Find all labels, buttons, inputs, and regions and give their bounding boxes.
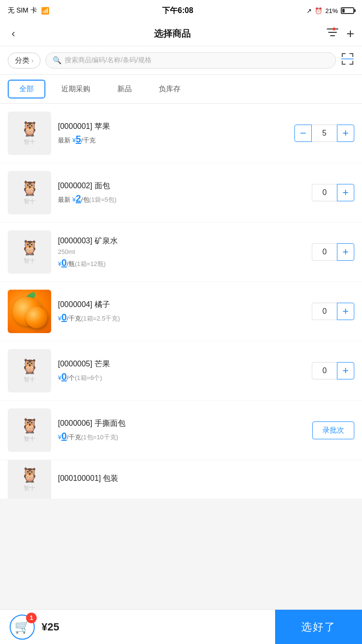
product-info-bread: [0000002] 面包 最新 ¥2/包(1袋=5包) (58, 181, 305, 204)
battery-bar (341, 7, 354, 14)
product-item-apple: 🦉 智十 [0000001] 苹果 最新 ¥5/千克 − + (0, 104, 362, 163)
product-item-torn-bread: 🦉 智十 [0000006] 手撕面包 ¥0/千克(1包=10千克) 录批次 (0, 401, 362, 460)
svg-rect-5 (342, 53, 343, 57)
qty-input-orange[interactable] (312, 303, 337, 320)
product-info-orange: [0000004] 橘子 ¥0/千克(1箱=2.5千克) (58, 300, 305, 323)
owl-icon: 🦉 (21, 417, 39, 434)
product-item-packaging: 🦉 智十 [000100001] 包装 (0, 460, 362, 499)
product-price-mango: ¥0/个(1箱=6个) (58, 371, 305, 382)
nav-actions: + (326, 26, 354, 42)
qty-plus-apple[interactable]: + (337, 125, 354, 142)
product-price-torn-bread: ¥0/千克(1包=10千克) (58, 431, 306, 442)
qty-plus-mango[interactable]: + (337, 362, 354, 379)
location-icon: ↗ (306, 7, 312, 14)
search-placeholder: 搜索商品编码/名称/条码/规格 (65, 56, 152, 65)
status-left: 无 SIM 卡 📶 (8, 6, 49, 15)
qty-input-bread[interactable] (312, 184, 337, 201)
confirm-button[interactable]: 选好了 (275, 610, 362, 644)
nav-bar: ‹ 选择商品 + (0, 21, 362, 46)
product-name-mango: [0000005] 芒果 (58, 359, 305, 369)
battery-percent: 21% (325, 7, 338, 14)
search-box[interactable]: 🔍 搜索商品编码/名称/条码/规格 (45, 52, 336, 69)
owl-icon: 🦉 (21, 358, 39, 375)
product-item-bread: 🦉 智十 [0000002] 面包 最新 ¥2/包(1袋=5包) + (0, 163, 362, 222)
page-title: 选择商品 (154, 28, 191, 40)
filter-icon[interactable] (326, 27, 339, 41)
qty-plus-orange[interactable]: + (337, 303, 354, 320)
product-name-torn-bread: [0000006] 手撕面包 (58, 419, 306, 429)
tab-recent[interactable]: 近期采购 (50, 80, 101, 98)
owl-icon: 🦉 (21, 180, 39, 196)
bottom-bar: 🛒 1 ¥25 选好了 (0, 609, 362, 644)
product-info-packaging: [000100001] 包装 (58, 474, 354, 486)
product-image-bread: 🦉 智十 (8, 171, 51, 214)
product-info-mango: [0000005] 芒果 ¥0/个(1箱=6个) (58, 359, 305, 382)
product-name-bread: [0000002] 面包 (58, 181, 305, 191)
product-info-torn-bread: [0000006] 手撕面包 ¥0/千克(1包=10千克) (58, 419, 306, 442)
add-icon[interactable]: + (347, 26, 354, 42)
svg-point-3 (333, 28, 335, 30)
svg-rect-12 (341, 58, 354, 59)
svg-rect-7 (352, 53, 353, 57)
product-price-water: ¥0/瓶(1箱=12瓶) (58, 257, 305, 268)
product-image-apple: 🦉 智十 (8, 112, 51, 155)
tab-bar: 全部 近期采购 新品 负库存 (0, 75, 362, 104)
product-image-mango: 🦉 智十 (8, 349, 51, 392)
status-bar: 无 SIM 卡 📶 下午6:08 ↗ ⏰ 21% (0, 0, 362, 21)
bottom-spacer (0, 499, 362, 538)
category-button[interactable]: 分类 › (8, 53, 41, 69)
qty-input-mango[interactable] (312, 362, 337, 379)
orange-circle-2 (26, 307, 47, 328)
owl-text: 智十 (24, 484, 35, 492)
alarm-icon: ⏰ (315, 7, 322, 14)
owl-icon: 🦉 (21, 466, 39, 483)
owl-text: 智十 (24, 435, 35, 443)
qty-control-mango: + (312, 362, 354, 379)
svg-rect-11 (352, 61, 353, 65)
qty-input-apple[interactable] (312, 125, 337, 142)
product-item-mango: 🦉 智十 [0000005] 芒果 ¥0/个(1箱=6个) + (0, 341, 362, 400)
product-spec-water: 250ml (58, 248, 305, 255)
qty-minus-apple[interactable]: − (294, 125, 312, 142)
batch-button[interactable]: 录批次 (312, 421, 354, 439)
product-price-apple: 最新 ¥5/千克 (58, 134, 288, 145)
tab-all[interactable]: 全部 (8, 80, 45, 98)
product-name-water: [0000003] 矿泉水 (58, 236, 305, 246)
product-item-orange: [0000004] 橘子 ¥0/千克(1箱=2.5千克) + (0, 282, 362, 341)
owl-icon: 🦉 (21, 120, 39, 137)
owl-text: 智十 (24, 257, 35, 265)
product-image-orange (8, 290, 51, 333)
qty-control-water: + (312, 243, 354, 261)
product-info-apple: [0000001] 苹果 最新 ¥5/千克 (58, 122, 288, 145)
qty-control-orange: + (312, 303, 354, 320)
owl-icon: 🦉 (21, 239, 39, 256)
owl-text: 智十 (24, 138, 35, 146)
product-name-apple: [0000001] 苹果 (58, 122, 288, 132)
cart-badge: 1 (26, 613, 37, 623)
product-image-water: 🦉 智十 (8, 230, 51, 274)
product-image-packaging: 🦉 智十 (8, 460, 51, 499)
owl-text: 智十 (24, 197, 35, 206)
qty-plus-water[interactable]: + (337, 243, 354, 261)
carrier-text: 无 SIM 卡 (8, 6, 37, 15)
cart-total: ¥25 (42, 621, 59, 633)
tab-negative[interactable]: 负库存 (148, 80, 192, 98)
qty-plus-bread[interactable]: + (337, 184, 354, 201)
product-info-water: [0000003] 矿泉水 250ml ¥0/瓶(1箱=12瓶) (58, 236, 305, 268)
product-name-orange: [0000004] 橘子 (58, 300, 305, 310)
qty-control-bread: + (312, 184, 354, 201)
svg-rect-9 (342, 61, 343, 65)
wifi-icon: 📶 (41, 7, 49, 14)
product-item-water: 🦉 智十 [0000003] 矿泉水 250ml ¥0/瓶(1箱=12瓶) + (0, 223, 362, 281)
qty-input-water[interactable] (312, 243, 337, 261)
scan-icon[interactable] (341, 52, 354, 69)
battery-fill (342, 9, 345, 13)
cart-icon-button[interactable]: 🛒 1 (10, 615, 35, 640)
search-icon: 🔍 (53, 56, 62, 65)
tab-new[interactable]: 新品 (106, 80, 143, 98)
chevron-right-icon: › (31, 57, 33, 64)
status-right: ↗ ⏰ 21% (306, 7, 354, 14)
back-button[interactable]: ‹ (8, 24, 19, 44)
product-price-bread: 最新 ¥2/包(1袋=5包) (58, 193, 305, 204)
product-price-orange: ¥0/千克(1箱=2.5千克) (58, 312, 305, 323)
